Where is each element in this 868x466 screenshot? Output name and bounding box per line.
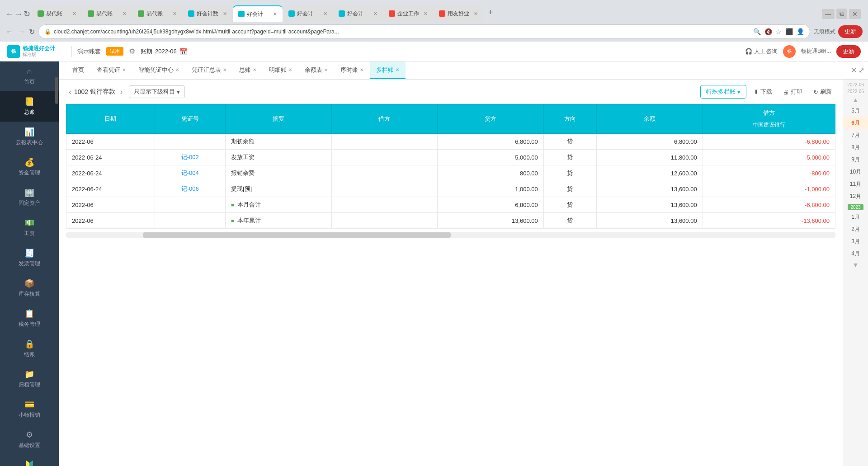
sidebar-item-inventory[interactable]: 📦 库存核算 [0, 273, 59, 303]
cell-voucher[interactable]: 记-004 [155, 165, 225, 181]
tab-close-x[interactable]: ✕ [360, 67, 363, 72]
tab-yidaizhang-1[interactable]: 易代账 ✕ [32, 5, 82, 22]
sidebar-item-guide[interactable]: 🔰 新手引导 [0, 455, 59, 466]
month-5[interactable]: 5月 [843, 105, 868, 117]
month-12[interactable]: 12月 [843, 190, 868, 202]
sidebar-item-reports[interactable]: 📊 云报表中心 [0, 122, 59, 152]
tab-close-icon[interactable]: ✕ [323, 11, 327, 17]
sidebar-item-close[interactable]: 🔒 结账 [0, 334, 59, 364]
cell-direction: 贷 [543, 165, 596, 181]
calendar-icon[interactable]: 📅 [179, 48, 187, 55]
sidebar-item-invoice[interactable]: 🧾 发票管理 [0, 243, 59, 273]
tab-yongyou[interactable]: 用友好业 ✕ [434, 5, 483, 22]
sidebar-item-tax[interactable]: 📋 税务管理 [0, 303, 59, 334]
tab-close-x[interactable]: ✕ [396, 67, 399, 72]
window-close[interactable]: ✕ [849, 9, 861, 19]
profile-icon[interactable]: 👤 [797, 28, 804, 35]
download-button[interactable]: ⬇ 下载 [750, 85, 776, 98]
sidebar-item-finance[interactable]: 💰 资金管理 [0, 152, 59, 182]
month-6-active[interactable]: 6月 [843, 117, 868, 129]
window-minimize[interactable]: — [822, 9, 835, 19]
cell-voucher[interactable]: 记-002 [155, 150, 225, 165]
prev-account-arrow[interactable]: ‹ [66, 85, 74, 99]
tab-detail-ledger[interactable]: 明细账 ✕ [263, 61, 298, 79]
sidebar-item-home[interactable]: ⌂ 首页 [0, 61, 59, 91]
tab-close-icon[interactable]: ✕ [123, 11, 127, 17]
extensions-icon[interactable]: ⬛ [785, 28, 793, 35]
month-11[interactable]: 11月 [843, 178, 868, 190]
tab-view-voucher[interactable]: 查看凭证 ✕ [90, 61, 132, 79]
print-button[interactable]: 🖨 打印 [779, 85, 806, 98]
window-restore[interactable]: ⧉ [836, 9, 847, 19]
scroll-down-button[interactable]: ▼ [851, 260, 860, 270]
col-extra: 借方 中国建设银行 [703, 104, 835, 134]
sidebar-item-ledger[interactable]: 📒 总账 [0, 91, 59, 122]
tab-enterprise[interactable]: 企业工作 ✕ [383, 5, 433, 22]
tab-close-icon[interactable]: ✕ [474, 11, 478, 17]
month-9[interactable]: 9月 [843, 154, 868, 166]
tab-voucher-summary[interactable]: 凭证汇总表 ✕ [185, 61, 233, 79]
tab-multi-column[interactable]: 多栏账 ✕ [370, 61, 406, 79]
tab-haokuaiji-active[interactable]: 好会计 ✕ [233, 5, 283, 22]
tab-close-x[interactable]: ✕ [223, 67, 226, 72]
tab-close-x[interactable]: ✕ [324, 67, 328, 72]
update-app-button[interactable]: 更新 [836, 45, 861, 58]
nav-refresh[interactable]: ↻ [29, 28, 35, 36]
search-icon[interactable]: 🔍 [753, 28, 761, 35]
tab-general-ledger[interactable]: 总账 ✕ [233, 61, 263, 79]
consult-section[interactable]: 🎧 人工咨询 [745, 47, 778, 56]
month-7[interactable]: 7月 [843, 129, 868, 141]
sidebar-item-salary[interactable]: 💵 工资 [0, 212, 59, 243]
tab-close-x[interactable]: ✕ [253, 67, 256, 72]
month-2023-4[interactable]: 4月 [843, 248, 868, 260]
month-2023-3[interactable]: 3月 [843, 235, 868, 248]
sidebar-item-settings[interactable]: ⚙ 基础设置 [0, 424, 59, 455]
nav-back[interactable]: ← [5, 27, 14, 37]
tab-close-icon[interactable]: ✕ [72, 11, 76, 17]
tab-haokuaiji-3[interactable]: 好会计 ✕ [333, 5, 383, 22]
update-browser-button[interactable]: 更新 [838, 25, 863, 38]
address-bar[interactable]: 🔒 cloud2.chanjet.com/accounting/uh26t264… [38, 24, 810, 39]
nav-forward[interactable]: → [17, 27, 25, 37]
no-trace-mode[interactable]: 无痕模式 [814, 28, 835, 36]
tab-close-icon[interactable]: ✕ [373, 11, 377, 17]
month-2023-1[interactable]: 1月 [843, 211, 868, 223]
tab-smart-voucher[interactable]: 智能凭证中心 ✕ [132, 61, 185, 79]
tab-close-icon[interactable]: ✕ [424, 11, 428, 17]
tab-close-x[interactable]: ✕ [175, 67, 179, 72]
mute-icon[interactable]: 🔇 [764, 28, 772, 35]
sub-account-filter[interactable]: 只显示下级科目 ▾ [129, 85, 185, 98]
user-avatar[interactable]: 畅 [783, 45, 796, 58]
cell-voucher[interactable]: 记-006 [155, 181, 225, 197]
tab-new-button[interactable]: + [484, 5, 498, 20]
panel-collapse-icon[interactable]: ✕ [851, 66, 857, 75]
tab-yidaizhang-3[interactable]: 易代账 ✕ [132, 5, 182, 22]
month-2023-2[interactable]: 2月 [843, 223, 868, 235]
sidebar-item-assets[interactable]: 🏢 固定资产 [0, 182, 59, 212]
tab-close-icon[interactable]: ✕ [173, 11, 177, 17]
panel-expand-icon[interactable]: ⤢ [859, 66, 864, 75]
tab-chronological[interactable]: 序时账 ✕ [334, 61, 370, 79]
tab-haokuaiji-1[interactable]: 好会计数 ✕ [183, 5, 232, 22]
tab-close-x[interactable]: ✕ [122, 67, 126, 72]
tab-close-x[interactable]: ✕ [288, 67, 292, 72]
next-account-arrow[interactable]: › [117, 85, 125, 99]
settings-icon[interactable]: ⚙ [129, 47, 135, 56]
month-10[interactable]: 10月 [843, 166, 868, 178]
tab-yidaizhang-2[interactable]: 易代账 ✕ [82, 5, 132, 22]
cell-credit: 6,800.00 [438, 197, 544, 213]
tab-close-icon[interactable]: ✕ [223, 11, 227, 17]
month-8[interactable]: 8月 [843, 141, 868, 154]
tab-home[interactable]: 首页 [66, 61, 90, 79]
special-multi-column-button[interactable]: 特殊多栏账 ▾ [700, 85, 746, 99]
browser-nav-back[interactable]: ← → ↻ [4, 9, 32, 19]
sidebar-item-expense[interactable]: 💳 小畅报销 [0, 394, 59, 424]
refresh-button[interactable]: ↻ 刷新 [810, 85, 835, 98]
scroll-up-button[interactable]: ▲ [851, 95, 860, 105]
cell-date: 2022-06 [66, 213, 155, 229]
tab-close-icon[interactable]: ✕ [273, 11, 277, 17]
tab-balance[interactable]: 余额表 ✕ [298, 61, 334, 79]
tab-haokuaiji-2[interactable]: 好会计 ✕ [283, 5, 333, 22]
star-icon[interactable]: ☆ [776, 28, 782, 35]
sidebar-item-archive[interactable]: 📁 归档管理 [0, 364, 59, 394]
